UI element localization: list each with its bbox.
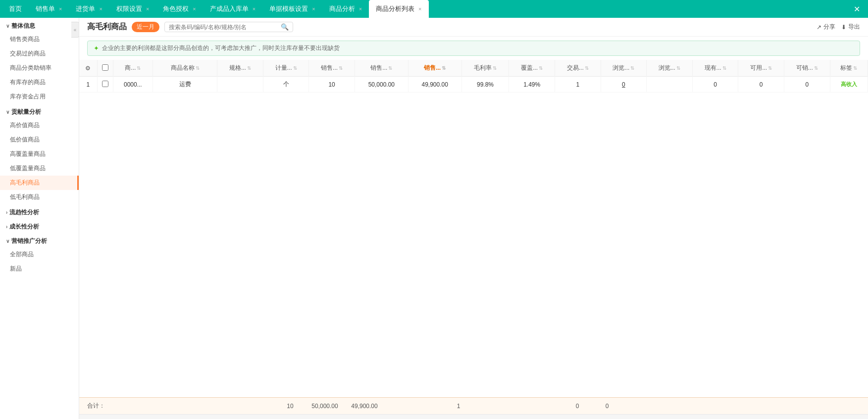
- row-browse1[interactable]: 0: [601, 77, 647, 93]
- th-name[interactable]: 商品名称⇅: [153, 60, 217, 77]
- sidebar-item-in-stock[interactable]: 有库存的商品: [0, 75, 79, 90]
- sort-icon-code: ⇅: [137, 65, 141, 71]
- nav-sales-order[interactable]: 销售单 ×: [29, 0, 69, 18]
- page-title: 高毛利商品: [87, 22, 127, 32]
- row-index: 1: [79, 77, 97, 93]
- sidebar-item-high-value[interactable]: 高价值商品: [0, 118, 79, 133]
- sidebar-group-trend[interactable]: › 流趋性分析: [0, 204, 79, 219]
- sidebar-item-new-goods[interactable]: 新品: [0, 262, 79, 276]
- th-browse1[interactable]: 浏览...⇅: [601, 60, 647, 77]
- sidebar-item-all-goods[interactable]: 全部商品: [0, 247, 79, 262]
- th-settings[interactable]: ⚙: [79, 60, 97, 77]
- sidebar-item-low-coverage[interactable]: 低覆盖量商品: [0, 161, 79, 176]
- sidebar-item-stock-capital[interactable]: 库存资金占用: [0, 90, 79, 104]
- footer-label: 合计：: [87, 402, 105, 410]
- filter-recent-month-btn[interactable]: 近一月: [132, 22, 159, 32]
- sidebar-item-category-rate[interactable]: 商品分类助销率: [0, 61, 79, 75]
- th-coverage[interactable]: 覆盖...⇅: [509, 60, 555, 77]
- bottom-scroll-area[interactable]: [79, 414, 868, 419]
- close-product-analysis-list[interactable]: ×: [418, 0, 421, 18]
- row-checkbox-cell: [97, 77, 113, 93]
- nav-product-analysis-list[interactable]: 商品分析列表 ×: [369, 0, 428, 18]
- select-all-checkbox[interactable]: [102, 64, 108, 71]
- sort-icon-sales2: ⇅: [388, 65, 392, 71]
- th-gross-margin[interactable]: 毛利率⇅: [461, 60, 509, 77]
- footer-transactions: 1: [444, 403, 473, 410]
- table-footer: 合计： 10 50,000.00 49,900.00 1: [79, 397, 868, 414]
- export-icon: ⬇: [841, 24, 846, 31]
- row-gross-margin: 99.8%: [461, 77, 509, 93]
- sidebar-collapse-btn[interactable]: «: [71, 22, 79, 38]
- settings-icon[interactable]: ⚙: [85, 65, 91, 72]
- share-icon: ↗: [817, 24, 821, 31]
- sort-icon-unit: ⇅: [293, 65, 297, 71]
- close-permissions[interactable]: ×: [146, 0, 149, 18]
- th-browse2[interactable]: 浏览...⇅: [647, 60, 693, 77]
- th-unit[interactable]: 计量...⇅: [263, 60, 309, 77]
- nav-product-warehouse[interactable]: 产成品入库单 ×: [203, 0, 262, 18]
- sidebar-group-marketing[interactable]: ∨ 营销推广分析: [0, 233, 79, 247]
- row-stock1: 0: [692, 77, 738, 93]
- sidebar-item-traded-goods[interactable]: 交易过的商品: [0, 47, 79, 61]
- close-role-auth[interactable]: ×: [193, 0, 196, 18]
- close-purchase-order[interactable]: ×: [99, 0, 102, 18]
- arrow-growth: ›: [6, 224, 7, 230]
- row-sales3: 49,900.00: [408, 77, 461, 93]
- row-unit: 个: [263, 77, 309, 93]
- th-tag[interactable]: 标签⇅: [830, 60, 868, 77]
- content-area: 高毛利商品 近一月 🔍 ↗ 分享 ⬇ 导出 ✦ 企业的主要的利润都是这部分商品创…: [79, 18, 868, 419]
- close-template-settings[interactable]: ×: [312, 0, 315, 18]
- th-sales1[interactable]: 销售...⇅: [309, 60, 355, 77]
- row-stock2: 0: [738, 77, 784, 93]
- sidebar-item-low-margin[interactable]: 低毛利商品: [0, 190, 79, 204]
- nav-purchase-order[interactable]: 进货单 ×: [69, 0, 109, 18]
- footer-sales2: 50,000.00: [305, 403, 345, 410]
- search-input[interactable]: [169, 24, 279, 31]
- header-actions: ↗ 分享 ⬇ 导出: [817, 23, 860, 31]
- main-layout: « ∨ 整体信息 销售类商品 交易过的商品 商品分类助销率 有库存的商品 库存资…: [0, 18, 868, 419]
- sidebar-item-high-margin[interactable]: 高毛利商品: [0, 176, 79, 190]
- sort-icon-stock2: ⇅: [768, 65, 772, 71]
- th-stock2[interactable]: 可用...⇅: [738, 60, 784, 77]
- sort-icon-spec: ⇅: [247, 65, 251, 71]
- sort-icon-transactions: ⇅: [585, 65, 589, 71]
- sort-icon-stock1: ⇅: [722, 65, 726, 71]
- sort-icon-gross-margin: ⇅: [493, 65, 497, 71]
- sidebar-item-low-value[interactable]: 低价值商品: [0, 133, 79, 147]
- th-stock3[interactable]: 可销...⇅: [784, 60, 830, 77]
- th-code[interactable]: 商...⇅: [113, 60, 153, 77]
- nav-permissions[interactable]: 权限设置 ×: [109, 0, 156, 18]
- th-sales2[interactable]: 销售...⇅: [355, 60, 408, 77]
- row-tag: 高收入: [830, 77, 868, 93]
- row-checkbox[interactable]: [102, 81, 108, 87]
- th-sales3[interactable]: 销售...⇅: [408, 60, 461, 77]
- sidebar-group-contribution[interactable]: ∨ 贡献量分析: [0, 104, 79, 118]
- th-spec[interactable]: 规格...⇅: [217, 60, 263, 77]
- sidebar-group-growth[interactable]: › 成长性分析: [0, 219, 79, 233]
- nav-home[interactable]: 首页: [2, 0, 29, 18]
- row-stock3: 0: [784, 77, 830, 93]
- search-box: 🔍: [164, 22, 293, 32]
- sidebar-item-high-coverage[interactable]: 高覆盖量商品: [0, 147, 79, 161]
- data-table: ⚙ 商...⇅ 商品名称⇅ 规格...⇅ 计量...⇅ 销售...⇅ 销售...…: [79, 60, 868, 93]
- share-btn[interactable]: ↗ 分享: [817, 23, 835, 31]
- nav-product-analysis[interactable]: 商品分析 ×: [322, 0, 369, 18]
- close-sales-order[interactable]: ×: [59, 0, 62, 18]
- nav-template-settings[interactable]: 单据模板设置 ×: [262, 0, 322, 18]
- th-stock1[interactable]: 现有...⇅: [692, 60, 738, 77]
- sidebar-item-sales-goods[interactable]: 销售类商品: [0, 32, 79, 47]
- th-transactions[interactable]: 交易...⇅: [555, 60, 601, 77]
- row-name[interactable]: 运费: [153, 77, 217, 93]
- sidebar-group-overall[interactable]: ∨ 整体信息: [0, 18, 79, 32]
- close-product-analysis[interactable]: ×: [359, 0, 362, 18]
- close-product-warehouse[interactable]: ×: [253, 0, 255, 18]
- row-browse2: [647, 77, 693, 93]
- nav-role-auth[interactable]: 角色授权 ×: [156, 0, 203, 18]
- footer-sales3: 49,900.00: [345, 403, 384, 410]
- row-code: 0000...: [113, 77, 153, 93]
- sort-icon-sales3: ⇅: [442, 65, 446, 71]
- table-container[interactable]: ⚙ 商...⇅ 商品名称⇅ 规格...⇅ 计量...⇅ 销售...⇅ 销售...…: [79, 60, 868, 397]
- export-btn[interactable]: ⬇ 导出: [841, 23, 860, 31]
- footer-stock2: 0: [592, 403, 622, 410]
- window-close-btn[interactable]: ✕: [848, 4, 866, 14]
